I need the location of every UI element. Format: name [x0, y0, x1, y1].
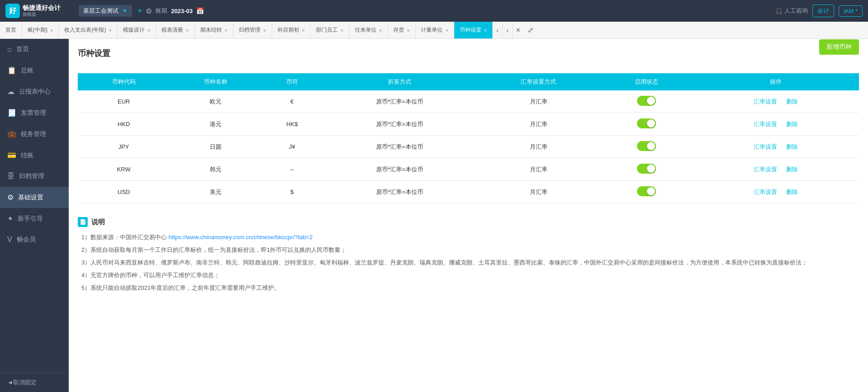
toggle-switch-1[interactable] [637, 118, 656, 128]
logo-sub: 旗舰版 [23, 11, 61, 18]
toggle-track-4 [637, 186, 656, 196]
tab-counterparty-label: 往来单位 [355, 26, 377, 34]
service-button[interactable]: 🎧 人工咨询 [775, 7, 808, 15]
tab-template-design-close[interactable]: × [147, 28, 150, 33]
tab-prev-button[interactable]: ‹ [493, 22, 503, 38]
tab-tax-table-close[interactable]: × [186, 28, 189, 33]
tab-income-report[interactable]: 收入支出表(年报) × [59, 22, 117, 38]
sidebar-item-guide[interactable]: ✦ 新手引导 [0, 208, 69, 229]
tab-unit-close[interactable]: × [445, 28, 448, 33]
cell-name-3: 韩元 [170, 158, 262, 181]
cell-toggle-3[interactable] [600, 158, 693, 181]
cell-toggle-1[interactable] [600, 113, 693, 136]
tab-account-period-close[interactable]: × [50, 28, 53, 33]
cell-calc-4: 原币*汇率=本位币 [322, 181, 477, 203]
tab-archive-close[interactable]: × [263, 28, 266, 33]
tab-subject-init-close[interactable]: × [302, 28, 305, 33]
sidebar-item-tax-label: 税务管理 [21, 130, 46, 138]
cell-rate-4: 月汇率 [477, 181, 600, 203]
add-tab-button[interactable]: + [137, 6, 142, 16]
cell-symbol-1: HK$ [262, 113, 322, 136]
company-selector[interactable]: 基层工会测试 ▼ [79, 5, 132, 17]
tab-counterparty-close[interactable]: × [379, 28, 382, 33]
toggle-switch-4[interactable] [637, 186, 656, 196]
cell-name-2: 日圆 [170, 136, 262, 158]
guide-icon: ✦ [7, 214, 13, 223]
tab-close-all-button[interactable]: × [513, 22, 524, 38]
calendar-icon[interactable]: 📅 [196, 7, 204, 14]
tab-inventory-close[interactable]: × [407, 28, 410, 33]
cell-rate-0: 月汇率 [477, 90, 600, 113]
home-icon: ⌂ [7, 45, 12, 53]
cell-name-4: 美元 [170, 181, 262, 203]
tab-account-period[interactable]: 账(中期) × [22, 22, 59, 38]
rate-setting-link-0[interactable]: 汇率设置 [754, 98, 777, 105]
page-title: 币种设置 [78, 48, 110, 59]
rate-setting-link-3[interactable]: 汇率设置 [754, 166, 777, 173]
settings-button[interactable]: ⚙ [146, 7, 152, 15]
toggle-thumb-0 [647, 97, 655, 105]
tab-archive[interactable]: 归档管理 × [233, 22, 272, 38]
sidebar-item-vip[interactable]: V 畅会员 [0, 229, 69, 250]
tab-period-end[interactable]: 期末结转 × [195, 22, 233, 38]
delete-link-1[interactable]: 删除 [786, 121, 798, 128]
toggle-thumb-3 [647, 165, 655, 173]
tab-bar: 首页 账(中期) × 收入支出表(年报) × 模版设计 × 税表清册 × 期末结… [0, 22, 868, 39]
toggle-switch-2[interactable] [637, 141, 656, 151]
rate-setting-link-1[interactable]: 汇率设置 [754, 121, 777, 128]
toggle-switch-0[interactable] [637, 96, 656, 106]
sidebar-item-tax[interactable]: 💼 税务管理 [0, 123, 69, 145]
sidebar-item-ledger[interactable]: 📋 总账 [0, 60, 69, 81]
delete-link-4[interactable]: 删除 [786, 189, 798, 195]
sidebar-item-reports[interactable]: ☁ 云报表中心 [0, 81, 69, 102]
tab-home[interactable]: 首页 [0, 22, 22, 38]
tab-subject-init[interactable]: 科目期初 × [272, 22, 311, 38]
tab-income-report-close[interactable]: × [108, 28, 111, 33]
tab-currency-close[interactable]: × [484, 28, 487, 33]
kuaiji-button[interactable]: 会计 [812, 5, 834, 17]
sidebar-item-invoice-label: 发票管理 [21, 109, 46, 117]
cell-actions-3: 汇率设置 删除 [692, 158, 859, 181]
sidebar-item-home[interactable]: ⌂ 首页 [0, 39, 69, 60]
rate-setting-link-4[interactable]: 汇率设置 [754, 189, 777, 195]
cell-name-1: 港元 [170, 113, 262, 136]
logo-text: 畅捷通好会计 [23, 4, 61, 12]
sidebar-item-checkout[interactable]: 💳 结账 [0, 145, 69, 166]
sidebar-item-settings[interactable]: ⚙ 基础设置 [0, 187, 69, 208]
cell-toggle-4[interactable] [600, 181, 693, 203]
toggle-switch-3[interactable] [637, 164, 656, 174]
sidebar: ⌂ 首页 📋 总账 ☁ 云报表中心 🧾 发票管理 💼 税务管理 💳 结账 🗄 归… [0, 39, 69, 392]
tab-currency[interactable]: 币种设置 × [454, 22, 493, 38]
tab-next-button[interactable]: › [503, 22, 513, 38]
col-symbol: 币符 [262, 73, 322, 90]
rate-setting-link-2[interactable]: 汇率设置 [754, 143, 777, 150]
tab-unit[interactable]: 计量单位 × [415, 22, 454, 38]
tab-home-label: 首页 [5, 26, 16, 34]
sidebar-item-archive[interactable]: 🗄 归档管理 [0, 166, 69, 187]
tab-expand-button[interactable]: ⤢ [524, 22, 537, 38]
table-row: EUR 欧元 € 原币*汇率=本位币 月汇率 汇率设置 删除 [78, 90, 859, 113]
tab-department[interactable]: 部门员工 × [311, 22, 349, 38]
sidebar-item-invoice[interactable]: 🧾 发票管理 [0, 102, 69, 123]
iam-button[interactable]: iAM * [839, 5, 863, 17]
sidebar-item-ledger-label: 总账 [21, 66, 33, 75]
tab-template-design[interactable]: 模版设计 × [118, 22, 156, 38]
tab-counterparty[interactable]: 往来单位 × [349, 22, 388, 38]
toggle-track-2 [637, 141, 656, 151]
tab-tax-table[interactable]: 税表清册 × [156, 22, 194, 38]
new-currency-button[interactable]: 新增币种 [819, 39, 859, 55]
notes-link[interactable]: https://www.chinamoney.com.cn/chinese/bk… [169, 234, 313, 241]
period-label: 账期 [156, 7, 167, 15]
delete-link-2[interactable]: 删除 [786, 143, 798, 150]
tab-period-end-close[interactable]: × [225, 28, 227, 33]
tab-inventory[interactable]: 存货 × [388, 22, 415, 38]
archive-icon: 🗄 [7, 172, 14, 180]
sidebar-pin-toggle[interactable]: ◄取消固定 [0, 373, 69, 392]
tab-department-close[interactable]: × [340, 28, 343, 33]
delete-link-0[interactable]: 删除 [786, 98, 798, 105]
cell-toggle-0[interactable] [600, 90, 693, 113]
delete-link-3[interactable]: 删除 [786, 166, 798, 173]
toggle-track-3 [637, 164, 656, 174]
sidebar-item-archive-label: 归档管理 [19, 172, 44, 180]
cell-toggle-2[interactable] [600, 136, 693, 158]
